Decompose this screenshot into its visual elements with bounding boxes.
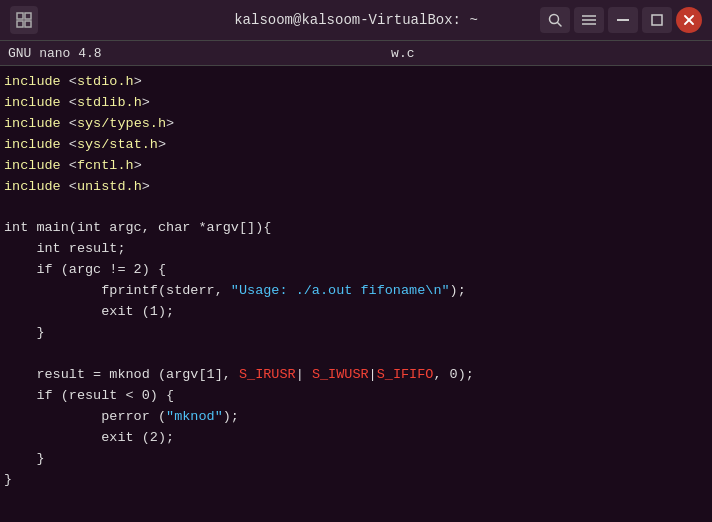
code-line-4: include <sys/stat.h> <box>4 135 708 156</box>
svg-rect-10 <box>652 15 662 25</box>
code-line-17: perror ("mknod"); <box>4 407 708 428</box>
maximize-button[interactable] <box>642 7 672 33</box>
code-line-8: int main(int argc, char *argv[]){ <box>4 218 708 239</box>
svg-rect-1 <box>25 13 31 19</box>
menu-button[interactable] <box>574 7 604 33</box>
minimize-button[interactable] <box>608 7 638 33</box>
titlebar: kalsoom@kalsoom-VirtualBox: ~ <box>0 0 712 40</box>
code-line-14 <box>4 344 708 365</box>
code-line-3: include <sys/types.h> <box>4 114 708 135</box>
code-line-1: include <stdio.h> <box>4 72 708 93</box>
titlebar-controls <box>540 7 702 33</box>
svg-rect-3 <box>25 21 31 27</box>
code-line-19: } <box>4 449 708 470</box>
code-line-20: } <box>4 470 708 491</box>
close-button[interactable] <box>676 7 702 33</box>
nano-filename: w.c <box>391 46 414 61</box>
code-line-18: exit (2); <box>4 428 708 449</box>
code-line-13: } <box>4 323 708 344</box>
code-editor[interactable]: include <stdio.h> include <stdlib.h> inc… <box>0 66 712 522</box>
svg-line-5 <box>558 23 562 27</box>
code-line-5: include <fcntl.h> <box>4 156 708 177</box>
code-padding <box>4 490 708 522</box>
code-line-11: fprintf(stderr, "Usage: ./a.out fifoname… <box>4 281 708 302</box>
code-line-2: include <stdlib.h> <box>4 93 708 114</box>
code-line-12: exit (1); <box>4 302 708 323</box>
code-line-10: if (argc != 2) { <box>4 260 708 281</box>
search-button[interactable] <box>540 7 570 33</box>
nano-version: GNU nano 4.8 <box>8 46 102 61</box>
code-line-6: include <unistd.h> <box>4 177 708 198</box>
code-line-7 <box>4 198 708 219</box>
titlebar-title: kalsoom@kalsoom-VirtualBox: ~ <box>234 12 478 28</box>
titlebar-left <box>10 6 38 34</box>
code-line-9: int result; <box>4 239 708 260</box>
code-line-16: if (result < 0) { <box>4 386 708 407</box>
svg-rect-0 <box>17 13 23 19</box>
code-line-15: result = mknod (argv[1], S_IRUSR| S_IWUS… <box>4 365 708 386</box>
svg-rect-2 <box>17 21 23 27</box>
window-icon <box>10 6 38 34</box>
nano-topbar: GNU nano 4.8 w.c <box>0 40 712 66</box>
